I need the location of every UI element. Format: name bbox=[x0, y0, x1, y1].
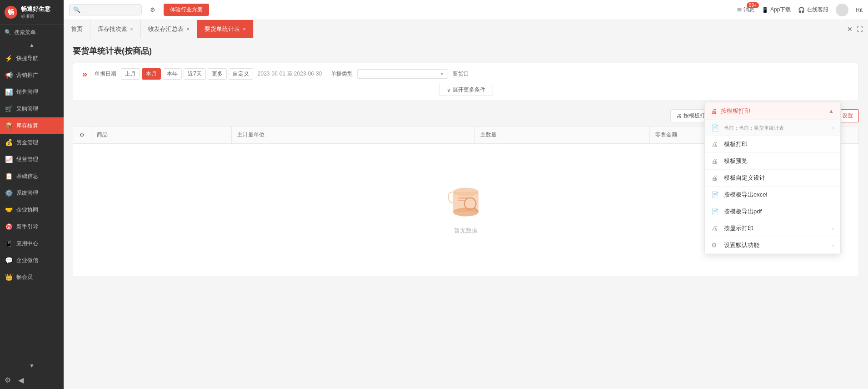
window-maximize-btn[interactable]: ⛶ bbox=[856, 25, 863, 33]
expand-more-button[interactable]: ∨ 展开更多条件 bbox=[439, 84, 493, 96]
date-this-year[interactable]: 本年 bbox=[163, 68, 182, 80]
sidebar-search[interactable]: 🔍 搜索菜单 bbox=[0, 25, 64, 40]
sidebar-item-system[interactable]: ⚙️ 系统管理 bbox=[0, 185, 64, 202]
date-options: 上月 本月 本年 近7天 更多 自定义 bbox=[121, 68, 253, 80]
col-unit: 主计量单位 bbox=[231, 126, 475, 144]
settings-button[interactable]: ⚙ bbox=[146, 5, 159, 15]
dropdown-title-area: 🖨 按模板打印 bbox=[711, 107, 750, 115]
set-default-arrow-icon: › bbox=[832, 242, 834, 248]
system-icon: ⚙️ bbox=[5, 189, 13, 197]
messages-button[interactable]: ✉ 消息 99+ bbox=[737, 6, 754, 14]
collapse-icon[interactable]: ◀ bbox=[18, 376, 24, 384]
sidebar-item-guide[interactable]: 🎯 新手引导 bbox=[0, 218, 64, 235]
display-print-icon: 🖨 bbox=[711, 225, 719, 232]
sidebar-item-sales[interactable]: 📊 销售管理 bbox=[0, 84, 64, 101]
cargo-filter-label: 要货口 bbox=[453, 70, 469, 78]
current-row-text: 当前：当前：要货单统计表 bbox=[724, 125, 784, 131]
tab-close-order-stats[interactable]: × bbox=[243, 26, 246, 32]
tab-close-inventory-batch[interactable]: × bbox=[130, 26, 133, 32]
purchase-icon: 🛒 bbox=[5, 105, 13, 112]
sidebar-item-marketing[interactable]: 📢 营销推广 bbox=[0, 67, 64, 84]
username-label[interactable]: Rit bbox=[856, 7, 863, 13]
svg-rect-5 bbox=[458, 197, 468, 198]
date-prev-month[interactable]: 上月 bbox=[121, 68, 140, 80]
col-settings-icon: ⚙ bbox=[80, 132, 85, 138]
topbar-search-icon: 🔍 bbox=[73, 6, 80, 13]
basic-icon: 📋 bbox=[5, 172, 13, 180]
sidebar-item-wechat[interactable]: 💬 企业微信 bbox=[0, 252, 64, 269]
type-filter-select[interactable]: ▼ bbox=[357, 69, 448, 79]
col-quantity: 主数量 bbox=[475, 126, 649, 144]
topbar-search-box[interactable]: 🔍 bbox=[69, 4, 142, 15]
col-settings[interactable]: ⚙ bbox=[73, 126, 91, 144]
dropdown-print-icon: 🖨 bbox=[711, 108, 717, 115]
tab-close-receivable[interactable]: × bbox=[186, 26, 190, 32]
date-last-7-days[interactable]: 近7天 bbox=[184, 68, 206, 80]
quick-nav-icon: ⚡ bbox=[5, 55, 13, 62]
tabs-bar: 首页 库存批次账 × 收发存汇总表 × 要货单统计表 × ✕ ⛶ bbox=[64, 20, 868, 38]
tab-receivable-summary[interactable]: 收发存汇总表 × bbox=[141, 20, 197, 38]
date-more[interactable]: 更多 bbox=[208, 68, 227, 80]
date-custom[interactable]: 自定义 bbox=[229, 68, 253, 80]
marketing-icon: 📢 bbox=[5, 71, 13, 79]
sidebar: 畅 畅通好生意 标准版 🔍 搜索菜单 ▲ ⚡ 快捷导航 📢 营销推广 📊 销售管… bbox=[0, 0, 64, 389]
filter-expand-button[interactable]: » bbox=[80, 68, 90, 80]
main-area: 🔍 ⚙ 体验行业方案 ✉ 消息 99+ 📱 App下载 🎧 在线客服 Rit bbox=[64, 0, 868, 389]
dropdown-current-row[interactable]: 📄 当前：当前：要货单统计表 › bbox=[705, 120, 840, 136]
current-row-icon: 📄 bbox=[711, 124, 719, 131]
dropdown-item-set-default[interactable]: ⚙ 设置默认功能 › bbox=[705, 237, 840, 254]
dropdown-collapse-btn[interactable]: ▲ bbox=[828, 108, 834, 114]
date-this-month[interactable]: 本月 bbox=[142, 68, 161, 80]
settings-icon[interactable]: ⚙ bbox=[5, 376, 11, 384]
print-template-dropdown: 🖨 按模板打印 ▲ 📄 当前：当前：要货单统计表 › 🖨 模板打印 bbox=[704, 102, 841, 254]
date-range-text: 2023-06-01 至 2023-06-30 bbox=[258, 70, 322, 78]
app-download-button[interactable]: 📱 App下载 bbox=[762, 6, 791, 14]
operations-icon: 📈 bbox=[5, 156, 13, 163]
enterprise-icon: 🤝 bbox=[5, 206, 13, 213]
experience-button[interactable]: 体验行业方案 bbox=[164, 4, 209, 16]
sidebar-item-enterprise[interactable]: 🤝 企业协同 bbox=[0, 202, 64, 218]
col-product: 商品 bbox=[91, 126, 232, 144]
dropdown-header: 🖨 按模板打印 ▲ bbox=[705, 102, 840, 120]
sidebar-scroll-up[interactable]: ▲ bbox=[0, 40, 64, 50]
search-input[interactable] bbox=[83, 7, 138, 13]
empty-illustration bbox=[443, 185, 489, 221]
search-icon: 🔍 bbox=[5, 29, 11, 35]
page-content: 要货单统计表(按商品) » 单据日期 上月 本月 本年 近7天 更多 自定义 2… bbox=[64, 38, 868, 389]
print-icon: 🖨 bbox=[676, 113, 682, 119]
export-excel-icon: 📄 bbox=[711, 191, 719, 198]
filter-bar: » 单据日期 上月 本月 本年 近7天 更多 自定义 2023-06-01 至 … bbox=[73, 63, 859, 101]
user-avatar[interactable] bbox=[836, 4, 848, 16]
template-preview-icon: 🖨 bbox=[711, 157, 719, 165]
type-filter-label: 单据类型 bbox=[331, 70, 353, 78]
sidebar-item-basic[interactable]: 📋 基础信息 bbox=[0, 168, 64, 185]
sidebar-item-quick-nav[interactable]: ⚡ 快捷导航 bbox=[0, 50, 64, 67]
date-filter-label: 单据日期 bbox=[95, 70, 116, 78]
dropdown-item-template-custom[interactable]: 🖨 模板自定义设计 bbox=[705, 170, 840, 187]
sidebar-item-operations[interactable]: 📈 经营管理 bbox=[0, 151, 64, 168]
sidebar-scroll-down[interactable]: ▼ bbox=[0, 361, 64, 371]
sidebar-item-finance[interactable]: 💰 资金管理 bbox=[0, 134, 64, 151]
display-print-arrow-icon: › bbox=[832, 226, 834, 231]
tab-order-stats[interactable]: 要货单统计表 × bbox=[197, 20, 254, 38]
window-close-btn[interactable]: ✕ bbox=[846, 25, 853, 33]
sales-icon: 📊 bbox=[5, 88, 13, 96]
type-select-arrow-icon: ▼ bbox=[439, 71, 444, 76]
tab-home[interactable]: 首页 bbox=[64, 20, 90, 38]
dropdown-item-template-print[interactable]: 🖨 模板打印 bbox=[705, 136, 840, 153]
window-buttons: ✕ ⛶ bbox=[842, 25, 868, 33]
sidebar-bottom: ⚙ ◀ bbox=[0, 371, 64, 389]
dropdown-item-export-pdf[interactable]: 📄 按模板导出pdf bbox=[705, 203, 840, 220]
dropdown-item-display-print[interactable]: 🖨 按显示打印 › bbox=[705, 220, 840, 237]
dropdown-item-export-excel[interactable]: 📄 按模板导出excel bbox=[705, 187, 840, 203]
messages-icon: ✉ bbox=[737, 7, 742, 13]
sidebar-item-member[interactable]: 👑 畅会员 bbox=[0, 269, 64, 286]
sidebar-item-inventory[interactable]: 📦 库存核算 bbox=[0, 117, 64, 134]
logo-icon: 畅 bbox=[5, 6, 17, 19]
sidebar-item-purchase[interactable]: 🛒 采购管理 bbox=[0, 101, 64, 117]
tab-inventory-batch[interactable]: 库存批次账 × bbox=[90, 20, 141, 38]
sidebar-item-app[interactable]: 📱 应用中心 bbox=[0, 235, 64, 252]
topbar-actions: ✉ 消息 99+ 📱 App下载 🎧 在线客服 Rit bbox=[737, 4, 863, 16]
dropdown-item-template-preview[interactable]: 🖨 模板预览 bbox=[705, 153, 840, 170]
online-service-button[interactable]: 🎧 在线客服 bbox=[798, 6, 828, 14]
